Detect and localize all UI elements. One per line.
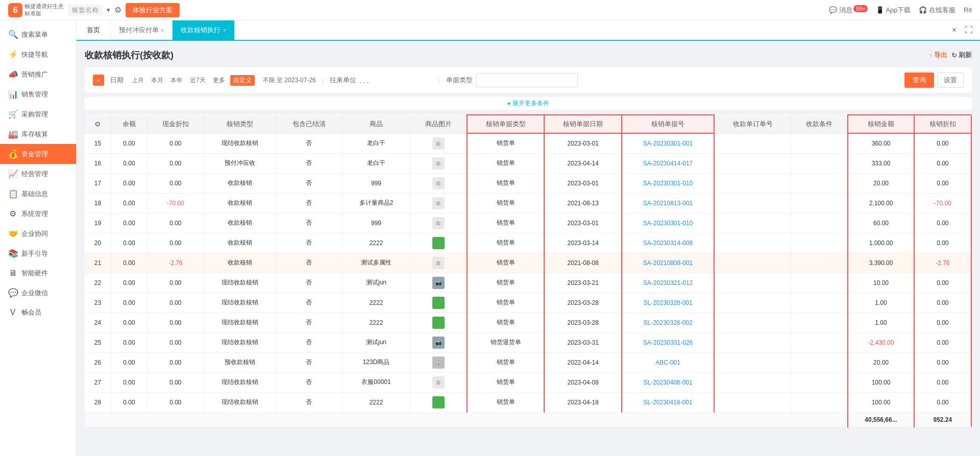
sidebar-item-wechat[interactable]: 💬 企业微信 (0, 283, 76, 303)
col-bill-date: 核销单据日期 (544, 115, 622, 133)
row-bill-no[interactable]: SA-20210813-001 (622, 193, 714, 213)
sidebar-item-purchase[interactable]: 🛒 采购管理 (0, 104, 76, 124)
sidebar-item-operations[interactable]: 📈 经营管理 (0, 164, 76, 184)
row-cash-discount: 0.00 (148, 273, 204, 293)
row-cancel-type: 收款核销 (204, 233, 276, 253)
vip-icon: V (8, 308, 17, 317)
row-bill-no[interactable]: ABC-001 (622, 352, 714, 372)
export-button[interactable]: ↑ 导出 (929, 51, 948, 60)
sidebar-item-hardware[interactable]: 🖥 智能硬件 (0, 263, 76, 283)
row-no: 17 (85, 173, 111, 193)
row-bill-type: 销货单 (467, 173, 545, 193)
sidebar-item-label: 畅会员 (21, 308, 41, 317)
tab-cancel[interactable]: 收款核销执行 × (173, 20, 234, 40)
row-bill-no[interactable]: SA-20230314-008 (622, 233, 714, 253)
row-receipt-condition (791, 213, 848, 233)
date-last-month[interactable]: 上月 (130, 75, 146, 86)
row-bill-no[interactable]: SA-20230301-010 (622, 173, 714, 193)
filter-expand-button[interactable]: » (93, 75, 104, 86)
row-product: 2222 (342, 392, 410, 412)
row-bill-no[interactable]: SL-20230408-001 (622, 372, 714, 392)
inventory-icon: 🏭 (8, 129, 17, 139)
sidebar-item-base-info[interactable]: 📋 基础信息 (0, 184, 76, 204)
sidebar-item-label: 营销推广 (21, 70, 48, 79)
sidebar-item-marketing[interactable]: 📣 营销推广 (0, 64, 76, 84)
sidebar-item-quicknav[interactable]: ⚡ 快捷导航 (0, 44, 76, 64)
row-include-settled: 否 (276, 193, 342, 213)
message-badge: 99+ (853, 5, 868, 12)
message-item[interactable]: 💬 消息99+ (829, 6, 868, 15)
row-bill-no[interactable]: SA-20210808-001 (622, 253, 714, 273)
sidebar-item-inventory[interactable]: 🏭 库存核算 (0, 124, 76, 144)
row-bill-no[interactable]: SL-20230418-001 (622, 392, 714, 412)
row-balance: 0.00 (111, 392, 147, 412)
row-cancel-discount: 0.00 (914, 313, 971, 332)
row-cancel-discount: 0.00 (914, 372, 971, 392)
date-more[interactable]: 更多 (211, 75, 227, 86)
refresh-button[interactable]: ↻ 刷新 (951, 51, 972, 60)
row-bill-no[interactable]: SA-20230331-026 (622, 332, 714, 352)
row-bill-no[interactable]: SL-20230328-002 (622, 313, 714, 332)
date-this-month[interactable]: 本月 (149, 75, 165, 86)
sidebar-item-label: 经营管理 (21, 170, 48, 179)
account-dropdown[interactable]: ▾ (107, 6, 110, 14)
row-cancel-amount: 2,100.00 (848, 193, 914, 213)
sidebar-item-vip[interactable]: V 畅会员 (0, 303, 76, 322)
tab-prepay[interactable]: 预付冲应付单 × (111, 20, 173, 40)
page-title-bar: 收款核销执行(按收款) ↑ 导出 ↻ 刷新 (85, 49, 972, 61)
filter-actions: 查询 设置 (904, 73, 964, 88)
user-name[interactable]: Rit (964, 6, 972, 14)
row-bill-type: 销货单 (467, 133, 545, 153)
row-bill-no[interactable]: SA-20230301-001 (622, 133, 714, 153)
row-receipt-order (714, 193, 791, 213)
tab-close-cancel[interactable]: × (223, 27, 226, 33)
row-bill-no[interactable]: SA-20230301-010 (622, 213, 714, 233)
row-product-img: ▦ (410, 213, 467, 233)
row-bill-no[interactable]: SL-20230328-001 (622, 293, 714, 313)
row-bill-type: 销货单 (467, 352, 545, 372)
tab-maximize[interactable]: ⛶ (962, 25, 976, 36)
row-product: 123D商品 (342, 352, 410, 372)
row-bill-no[interactable]: SA-20230414-017 (622, 153, 714, 173)
row-product-img: ▦ (410, 133, 467, 153)
sidebar-item-search[interactable]: 🔍 搜索菜单 (0, 25, 76, 44)
sidebar-item-system[interactable]: ⚙ 系统管理 (0, 204, 76, 224)
sidebar-item-sales[interactable]: 📊 销售管理 (0, 84, 76, 104)
tab-home[interactable]: 首页 (77, 20, 111, 40)
date-this-year[interactable]: 本年 (168, 75, 185, 86)
row-bill-no[interactable]: SA-20230321-012 (622, 273, 714, 293)
row-bill-type: 销货单 (467, 372, 545, 392)
row-receipt-condition (791, 332, 848, 352)
sidebar-item-collab[interactable]: 🤝 企业协同 (0, 224, 76, 244)
col-settings[interactable]: ⚙ (85, 115, 111, 133)
date-custom[interactable]: 自定义 (230, 75, 255, 86)
sidebar-item-label: 新手引导 (21, 249, 48, 258)
row-product-img (410, 293, 467, 313)
row-include-settled: 否 (276, 253, 342, 273)
partner-dots: ... (359, 75, 370, 86)
row-include-settled: 否 (276, 233, 342, 253)
row-include-settled: 否 (276, 273, 342, 293)
date-7days[interactable]: 近7天 (188, 75, 208, 86)
tab-close-prepay[interactable]: × (161, 27, 164, 33)
row-receipt-condition (791, 233, 848, 253)
filter-settings-button[interactable]: 设置 (937, 73, 964, 88)
settings-icon[interactable]: ⚙ (114, 5, 121, 15)
row-product: 2222 (342, 233, 410, 253)
col-include-settled: 包含已结清 (276, 115, 342, 133)
online-service-item[interactable]: 🎧 在线客服 (919, 6, 955, 15)
row-cancel-discount: 0.00 (914, 153, 971, 173)
sidebar-item-finance[interactable]: 💰 资金管理 (0, 144, 76, 164)
app-download-item[interactable]: 📱 App下载 (876, 6, 911, 15)
query-button[interactable]: 查询 (904, 73, 934, 88)
row-receipt-condition (791, 273, 848, 293)
solution-button[interactable]: 体验行业方案 (126, 3, 180, 17)
tab-close-window[interactable]: × (949, 25, 960, 36)
content-area: 首页 预付冲应付单 × 收款核销执行 × × ⛶ 收款核销执行(按收款) (77, 20, 980, 456)
sidebar-item-guide[interactable]: 📚 新手引导 (0, 244, 76, 263)
row-cancel-discount: 0.00 (914, 233, 971, 253)
bill-type-input[interactable] (476, 73, 578, 87)
expand-more-bar[interactable]: ▾ 展开更多条件 (85, 97, 972, 110)
filter-bar: » 日期 上月 本月 本年 近7天 更多 自定义 不限 至 2023-07-26… (85, 67, 972, 93)
table-row: 22 0.00 0.00 现结收款核销 否 测试jun 📷 销货单 2023-0… (85, 273, 971, 293)
